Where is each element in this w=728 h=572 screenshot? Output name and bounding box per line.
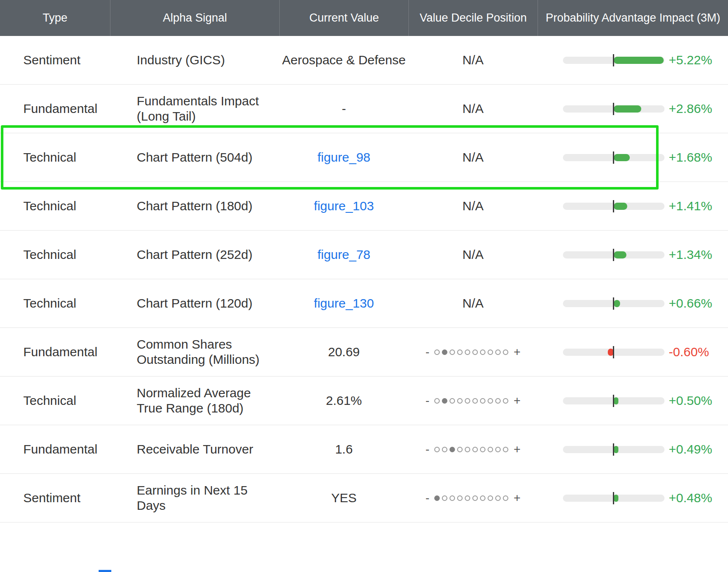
- value-cell: figure_130: [279, 296, 408, 311]
- figure-link[interactable]: figure_103: [279, 199, 408, 213]
- na-label: N/A: [462, 150, 483, 165]
- decile-dot: [449, 495, 455, 501]
- impact-value-label: +2.86%: [669, 102, 712, 116]
- decile-dot: [495, 349, 501, 355]
- impact-bar-fill: [614, 495, 618, 502]
- decile-dot: [472, 447, 478, 452]
- impact-value-label: +1.34%: [669, 248, 712, 262]
- decile-dot: [434, 495, 440, 501]
- decile-minus: -: [425, 492, 429, 504]
- impact-bar-track: [563, 105, 665, 113]
- impact-value-label: +0.49%: [669, 442, 712, 456]
- table-row: FundamentalFundamentals Impact (Long Tai…: [0, 85, 728, 133]
- impact-value-label: +1.41%: [669, 199, 712, 213]
- impact-value-label: +0.50%: [669, 393, 712, 408]
- impact-cell: +0.49%: [538, 442, 728, 456]
- impact-value-label: +0.66%: [669, 296, 712, 311]
- impact-center-tick: [613, 249, 614, 261]
- decile-cell: N/A: [408, 296, 538, 311]
- value-cell: -: [279, 102, 408, 116]
- impact-cell: -0.60%: [538, 345, 728, 359]
- decile-dots: [434, 495, 508, 501]
- table-row: FundamentalReceivable Turnover1.6-++0.49…: [0, 425, 728, 474]
- table-row: SentimentIndustry (GICS)Aerospace & Defe…: [0, 36, 728, 85]
- decile-dot: [449, 447, 455, 452]
- impact-bar-fill: [614, 397, 618, 404]
- value-cell: 1.6: [279, 442, 408, 456]
- impact-bar-fill: [614, 154, 630, 161]
- impact-bar-track: [563, 495, 665, 502]
- impact-bar-track: [563, 154, 665, 161]
- figure-link[interactable]: figure_78: [279, 248, 408, 262]
- impact-bar-track: [563, 203, 665, 210]
- decile-dot: [503, 495, 508, 501]
- signal-cell: Industry (GICS): [110, 52, 279, 68]
- alpha-signals-table: Type Alpha Signal Current Value Value De…: [0, 0, 728, 572]
- decile-dot: [442, 447, 447, 452]
- signal-cell: Fundamentals Impact (Long Tail): [110, 94, 279, 124]
- signal-cell: Chart Pattern (252d): [110, 247, 279, 262]
- impact-center-tick: [613, 492, 614, 504]
- signal-cell: Normalized Average True Range (180d): [110, 385, 279, 416]
- decile-cell: -+: [408, 492, 538, 504]
- decile-dot: [472, 349, 478, 355]
- decile-cell: -+: [408, 443, 538, 455]
- table-row: SentimentEarnings in Next 15 DaysYES-++0…: [0, 474, 728, 522]
- type-cell: Fundamental: [0, 345, 110, 359]
- impact-cell: +2.86%: [538, 102, 728, 116]
- na-label: N/A: [462, 102, 483, 116]
- decile-dot: [480, 398, 485, 404]
- type-cell: Sentiment: [0, 53, 110, 67]
- impact-center-tick: [613, 103, 614, 115]
- type-cell: Technical: [0, 248, 110, 262]
- decile-dot: [442, 398, 447, 404]
- decile-dot: [434, 398, 440, 404]
- impact-bar-fill: [614, 300, 620, 307]
- column-header-value-decile-position: Value Decile Position: [408, 0, 538, 36]
- decile-cell: N/A: [408, 53, 538, 67]
- decile-minus: -: [425, 395, 429, 407]
- decile-dot: [480, 447, 485, 452]
- impact-bar-track: [563, 300, 665, 307]
- decile-minus: -: [425, 443, 429, 455]
- impact-cell: +0.50%: [538, 393, 728, 408]
- table-row: TechnicalNormalized Average True Range (…: [0, 377, 728, 425]
- decile-dot: [465, 447, 470, 452]
- decile-dot: [488, 398, 493, 404]
- decile-dot: [442, 349, 447, 355]
- type-cell: Technical: [0, 150, 110, 165]
- column-header-alpha-signal: Alpha Signal: [110, 0, 279, 36]
- na-label: N/A: [462, 296, 483, 311]
- signal-cell: Chart Pattern (120d): [110, 296, 279, 311]
- impact-bar-fill: [614, 105, 641, 113]
- decile-dots: [434, 398, 508, 404]
- signal-cell: Receivable Turnover: [110, 442, 279, 457]
- decile-dot: [457, 398, 463, 404]
- signal-cell: Earnings in Next 15 Days: [110, 483, 279, 513]
- decile-dot: [480, 495, 485, 501]
- impact-value-label: +0.48%: [669, 491, 712, 505]
- value-cell: figure_98: [279, 150, 408, 165]
- decile-cell: N/A: [408, 248, 538, 262]
- figure-link[interactable]: figure_98: [279, 150, 408, 165]
- table-row: TechnicalChart Pattern (252d)figure_78N/…: [0, 231, 728, 279]
- impact-cell: +0.66%: [538, 296, 728, 311]
- decile-dot: [457, 495, 463, 501]
- value-cell: figure_103: [279, 199, 408, 213]
- impact-center-tick: [613, 54, 614, 66]
- na-label: N/A: [462, 53, 483, 67]
- decile-dot: [488, 349, 493, 355]
- decile-dot: [472, 495, 478, 501]
- decile-dot: [449, 398, 455, 404]
- value-cell: Aerospace & Defense: [279, 53, 408, 67]
- decile-dot: [457, 349, 463, 355]
- figure-link[interactable]: figure_130: [279, 296, 408, 311]
- decile-dot: [495, 447, 501, 452]
- na-label: N/A: [462, 199, 483, 213]
- decile-dot: [488, 447, 493, 452]
- decile-dot: [503, 398, 508, 404]
- impact-value-label: +1.68%: [669, 150, 712, 165]
- na-label: N/A: [462, 248, 483, 262]
- impact-bar-fill: [614, 446, 618, 453]
- decile-plus: +: [513, 346, 520, 358]
